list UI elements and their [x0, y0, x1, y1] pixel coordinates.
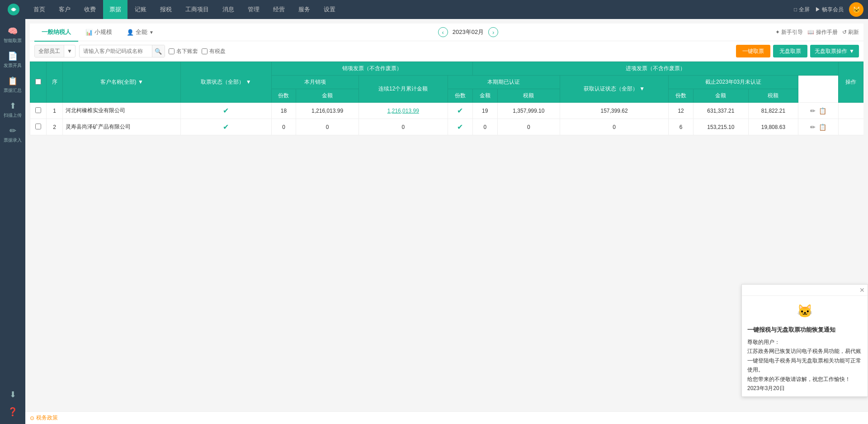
- notification-title: 一键报税与无盘取票功能恢复通知: [747, 325, 862, 335]
- tab-general-taxpayer[interactable]: 一般纳税人: [34, 24, 78, 42]
- new-guide-link[interactable]: ✦ 新手引导: [775, 29, 803, 36]
- nav-customer[interactable]: 客户: [52, 0, 77, 19]
- no-disk-ticket-btn[interactable]: 无盘取票: [773, 45, 807, 57]
- table-row: 2 灵寿县尚泽矿产品有限公司 ✔ 0 0 0 ✔ 0 0 0 6 153,215…: [30, 119, 863, 135]
- col-purchase-uncert-tax: 税额: [748, 89, 798, 103]
- ticket-status-icon: ✔: [223, 107, 229, 114]
- row-purchase-uncert-count: 6: [669, 119, 693, 135]
- nav-manage[interactable]: 管理: [241, 0, 266, 19]
- notification-apology: 给您带来的不便敬请谅解，祝您工作愉快！: [747, 375, 862, 384]
- all-icon: 👤: [127, 29, 134, 36]
- row-purchase-cert-count: 19: [472, 103, 497, 119]
- nav-settings[interactable]: 设置: [317, 0, 342, 19]
- fullscreen-btn[interactable]: □ 全屏: [794, 6, 810, 14]
- select-all-checkbox[interactable]: [35, 79, 41, 85]
- view-btn[interactable]: 📋: [819, 107, 826, 114]
- sidebar-label-smart-ticket: 智能取票: [4, 38, 22, 44]
- invoice-summary-icon: 📋: [8, 76, 18, 86]
- sidebar-item-invoice-open[interactable]: 📄 发票开具: [1, 48, 24, 71]
- notification-scroll[interactable]: 尊敬的用户： 江苏政务网已恢复访问电子税务局功能，易代账一键登陆电子税务局与无盘…: [747, 338, 862, 392]
- row-customer-name: 灵寿县尚泽矿产品有限公司: [63, 119, 181, 135]
- one-key-ticket-btn[interactable]: 一键取票: [736, 45, 770, 57]
- sidebar-item-download[interactable]: ⬇: [1, 387, 24, 402]
- no-disk-ticket-action-btn[interactable]: 无盘取票操作 ▼: [810, 45, 859, 57]
- row-purchase-cert-count: 0: [472, 119, 497, 135]
- checkbox-tax-disk-input[interactable]: [202, 48, 208, 54]
- nav-bookkeeping[interactable]: 记账: [128, 0, 153, 19]
- row-customer-name: 河北柯橡椎实业有限公司: [63, 103, 181, 119]
- nav-invoice[interactable]: 票据: [103, 0, 127, 19]
- edit-btn[interactable]: ✏: [810, 124, 816, 131]
- row-num: 1: [47, 103, 63, 119]
- nav-fee[interactable]: 收费: [78, 0, 102, 19]
- sidebar-label-invoice-open: 发票开具: [4, 62, 22, 69]
- nav-message[interactable]: 消息: [216, 0, 241, 19]
- search-input[interactable]: [80, 48, 152, 54]
- invoice-entry-icon: ✏: [9, 126, 16, 136]
- checkbox-tax-disk[interactable]: 有税盘: [202, 48, 226, 55]
- status-icon: ⊙: [30, 415, 34, 421]
- row-cert-status: ✔: [448, 103, 472, 119]
- status-label[interactable]: 税务政策: [36, 414, 58, 422]
- nav-operation[interactable]: 经营: [267, 0, 291, 19]
- nav-service[interactable]: 服务: [292, 0, 316, 19]
- cert-status-icon: ✔: [457, 123, 463, 131]
- sidebar-item-smart-ticket[interactable]: 🧠 智能取票: [1, 24, 24, 47]
- row-ticket-status: ✔: [181, 119, 271, 135]
- nav-right: □ 全屏 ▶ 畅享会员 🐱: [794, 2, 863, 17]
- row-purchase-cert-tax: 0: [560, 119, 669, 135]
- sidebar-item-invoice-entry[interactable]: ✏ 票据录入: [1, 123, 24, 146]
- employee-dropdown-arrow[interactable]: ▼: [64, 45, 75, 57]
- next-period-btn[interactable]: ›: [488, 27, 498, 37]
- scan-upload-icon: ⬆: [9, 101, 16, 111]
- col-certified: 本期期已认证: [448, 76, 560, 89]
- tab-small-scale[interactable]: 📊 小规模: [78, 24, 119, 42]
- view-btn[interactable]: 📋: [819, 124, 826, 131]
- invoice-open-icon: 📄: [8, 51, 18, 61]
- col-uncertified: 截止2023年03月未认证: [669, 76, 798, 89]
- row-purchase-uncert-tax: 19,808.63: [748, 119, 798, 135]
- row-checkbox-cell: [30, 119, 47, 135]
- nav-tax[interactable]: 报税: [154, 0, 178, 19]
- checkbox-account-input[interactable]: [169, 48, 175, 54]
- row-purchase-uncert-tax: 81,822.21: [748, 103, 798, 119]
- manual-link[interactable]: 📖 操作手册: [807, 29, 837, 36]
- sidebar-item-invoice-summary[interactable]: 📋 票据汇总: [1, 73, 24, 96]
- row-purchase-uncert-amount: 153,215.10: [693, 119, 749, 135]
- row-checkbox[interactable]: [35, 124, 41, 129]
- row-checkbox[interactable]: [35, 107, 41, 113]
- refresh-link[interactable]: ↺ 刷新: [842, 29, 859, 36]
- sidebar-item-scan-upload[interactable]: ⬆ 扫描上传: [1, 98, 24, 121]
- edit-btn[interactable]: ✏: [810, 107, 816, 114]
- small-scale-icon: 📊: [85, 29, 93, 36]
- notification-header: ✕: [742, 285, 868, 296]
- search-button[interactable]: 🔍: [152, 45, 165, 57]
- row-purchase-cert-amount: 0: [497, 119, 560, 135]
- search-box[interactable]: 🔍: [79, 45, 165, 57]
- vip-btn[interactable]: ▶ 畅享会员: [815, 6, 844, 14]
- tab-all[interactable]: 👤 全能 ▼: [119, 24, 161, 42]
- left-sidebar: 🧠 智能取票 📄 发票开具 📋 票据汇总 ⬆ 扫描上传 ✏ 票据录入 ⬇ ❓: [0, 19, 25, 424]
- nav-business[interactable]: 工商项目: [179, 0, 215, 19]
- user-avatar[interactable]: 🐱: [849, 2, 863, 17]
- col-cumulative: 连续12个月累计金额: [359, 76, 448, 103]
- checkbox-account-label: 名下账套: [176, 48, 198, 55]
- period-nav: ‹ 2023年02月 ›: [438, 27, 498, 37]
- row-purchase-uncert-amount: 631,337.21: [693, 103, 749, 119]
- notification-close-btn[interactable]: ✕: [859, 286, 865, 294]
- sidebar-item-help[interactable]: ❓: [1, 404, 24, 419]
- row-purchase-uncert-count: 12: [669, 103, 693, 119]
- nav-home[interactable]: 首页: [27, 0, 52, 19]
- row-sales-amount: 1,216,013.99: [296, 103, 359, 119]
- cumulative-link[interactable]: 1,216,013.99: [387, 108, 419, 114]
- col-cert-status-header: 获取认证状态（全部） ▼: [560, 76, 669, 103]
- row-sales-count: 18: [271, 103, 296, 119]
- employee-select[interactable]: 全部员工 ▼: [34, 45, 75, 57]
- col-ticket-status: 取票状态（全部） ▼: [181, 62, 271, 103]
- prev-period-btn[interactable]: ‹: [438, 27, 448, 37]
- checkbox-account[interactable]: 名下账套: [169, 48, 198, 55]
- chevron-down-icon: ▼: [149, 30, 154, 35]
- col-sales-amount: 金额: [296, 89, 359, 103]
- cert-status-icon: ✔: [457, 107, 463, 114]
- col-group-sales: 销项发票（不含作废票）: [271, 62, 472, 76]
